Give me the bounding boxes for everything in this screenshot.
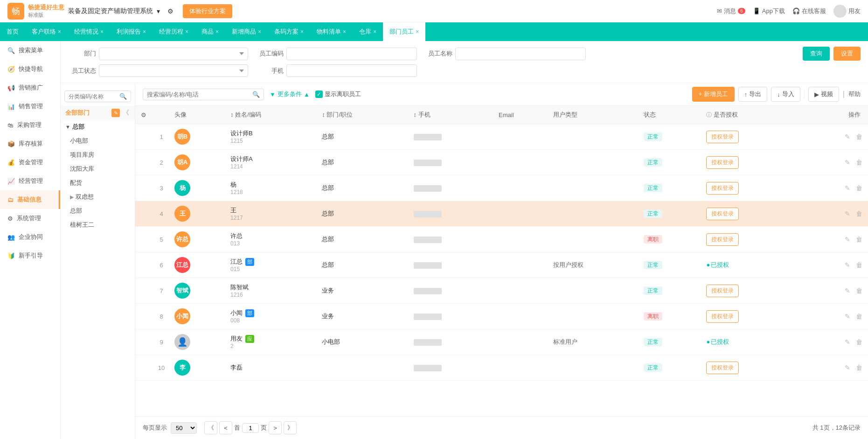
- sidebar-item-purchase[interactable]: 🛍 采购管理: [0, 116, 60, 134]
- dept-collapse-btn[interactable]: 《: [122, 109, 130, 117]
- next-page-btn[interactable]: >: [269, 421, 282, 434]
- search-input[interactable]: [147, 91, 252, 98]
- auth-btn[interactable]: 授权登录: [706, 208, 739, 220]
- nav-close-icon[interactable]: ×: [100, 28, 104, 35]
- more-ops-icon[interactable]: |: [843, 90, 845, 98]
- edit-icon[interactable]: ✎: [845, 287, 850, 294]
- edit-icon[interactable]: ✎: [845, 313, 850, 320]
- auth-btn[interactable]: 授权登录: [706, 131, 739, 143]
- nav-close-icon[interactable]: ×: [373, 28, 376, 35]
- edit-icon[interactable]: ✎: [845, 338, 850, 346]
- delete-icon[interactable]: 🗑: [856, 313, 862, 320]
- nav-close-icon[interactable]: ×: [343, 28, 346, 35]
- edit-icon[interactable]: ✎: [845, 159, 850, 166]
- export-btn[interactable]: ↑ 导出: [738, 87, 768, 102]
- help-label[interactable]: 帮助: [848, 90, 861, 98]
- filter-emp-status-select[interactable]: [99, 64, 248, 77]
- sidebar-item-guide[interactable]: 🔰 新手引导: [0, 246, 60, 265]
- dept-tree-item-peihuo[interactable]: 配货: [61, 176, 135, 190]
- last-page-btn[interactable]: 》: [284, 421, 297, 434]
- nav-item-customer[interactable]: 客户联络 ×: [25, 22, 68, 41]
- dept-edit-icon[interactable]: ✎: [111, 109, 120, 117]
- nav-close-icon[interactable]: ×: [185, 28, 188, 35]
- dept-tree-item-shuanglv[interactable]: ▶ 双虑想: [61, 190, 135, 204]
- col-name-header[interactable]: ↕ 姓名/编码: [227, 106, 318, 124]
- auth-btn[interactable]: 授权登录: [706, 285, 739, 297]
- col-phone-header[interactable]: ↕ 手机: [410, 106, 495, 124]
- nav-item-add-goods[interactable]: 新增商品 ×: [225, 22, 268, 41]
- prev-page-btn[interactable]: <: [219, 421, 232, 434]
- nav-item-operation[interactable]: 经营情况 ×: [68, 22, 110, 41]
- nav-item-profit[interactable]: 利润报告 ×: [110, 22, 153, 41]
- nav-close-icon[interactable]: ×: [300, 28, 304, 35]
- dept-tree-item-zhishu[interactable]: 植树王二: [61, 218, 135, 232]
- search-icon[interactable]: 🔍: [252, 91, 260, 98]
- filter-dept-select[interactable]: [99, 48, 248, 60]
- message-btn[interactable]: ✉ 消息 6: [717, 7, 745, 15]
- online-service-btn[interactable]: 🎧 在线客服: [792, 7, 826, 15]
- sidebar-item-finance[interactable]: 💰 资金管理: [0, 153, 60, 172]
- set-btn[interactable]: 设置: [833, 47, 861, 61]
- dept-search-icon[interactable]: 🔍: [119, 93, 127, 100]
- page-input[interactable]: [242, 423, 259, 433]
- edit-icon[interactable]: ✎: [845, 133, 850, 140]
- nav-item-goods[interactable]: 商品 ×: [195, 22, 225, 41]
- sidebar-item-inventory[interactable]: 📦 库存核算: [0, 134, 60, 153]
- filter-emp-code-input[interactable]: [286, 48, 417, 60]
- edit-icon[interactable]: ✎: [845, 210, 850, 217]
- dept-search-input[interactable]: [69, 93, 119, 100]
- dept-tree-item-xiangmu[interactable]: 项目库房: [61, 148, 135, 162]
- nav-item-department[interactable]: 部门员工 ×: [383, 22, 425, 41]
- dept-tree-item-zongbu2[interactable]: 总部: [61, 204, 135, 218]
- page-size-select[interactable]: 50 100: [171, 422, 197, 434]
- delete-icon[interactable]: 🗑: [856, 261, 862, 269]
- more-condition-btn[interactable]: ▼ 更多条件 ▲: [270, 90, 310, 98]
- nav-close-icon[interactable]: ×: [58, 28, 61, 35]
- delete-icon[interactable]: 🗑: [856, 184, 862, 192]
- filter-emp-name-input[interactable]: [455, 48, 586, 60]
- delete-icon[interactable]: 🗑: [856, 210, 862, 217]
- auth-btn[interactable]: 授权登录: [706, 310, 739, 323]
- sidebar-item-system[interactable]: ⚙ 系统管理: [0, 209, 60, 228]
- import-btn[interactable]: ↓ 导入: [771, 87, 800, 102]
- video-btn[interactable]: ▶ 视频: [808, 87, 839, 102]
- dept-tree-item-shenyang[interactable]: 沈阳大库: [61, 162, 135, 176]
- nav-close-icon[interactable]: ×: [215, 28, 219, 35]
- sidebar-item-collab[interactable]: 👥 企业协同: [0, 228, 60, 246]
- sidebar-item-basicinfo[interactable]: 🗂 基础信息: [0, 190, 60, 209]
- sidebar-item-nav[interactable]: 🧭 快捷导航: [0, 60, 60, 78]
- sidebar-item-bizmanage[interactable]: 📈 经营管理: [0, 172, 60, 190]
- sidebar-item-sales[interactable]: 📊 销售管理: [0, 97, 60, 116]
- filter-phone-input[interactable]: [286, 64, 417, 77]
- edit-icon[interactable]: ✎: [845, 184, 850, 192]
- edit-icon[interactable]: ✎: [845, 261, 850, 269]
- auth-btn[interactable]: 授权登录: [706, 182, 739, 195]
- trial-btn[interactable]: 体验行业方案: [183, 4, 232, 18]
- delete-icon[interactable]: 🗑: [856, 287, 862, 294]
- auth-btn[interactable]: 授权登录: [706, 156, 739, 169]
- sys-title-dropdown[interactable]: ▾: [157, 7, 160, 15]
- delete-icon[interactable]: 🗑: [856, 364, 862, 371]
- nav-close-icon[interactable]: ×: [258, 28, 261, 35]
- col-dept-header[interactable]: ↕ 部门/职位: [318, 106, 410, 124]
- col-settings-header[interactable]: ⚙: [135, 106, 152, 124]
- first-page-btn[interactable]: 《: [204, 421, 217, 434]
- nav-close-active-icon[interactable]: ×: [416, 28, 419, 35]
- edit-icon[interactable]: ✎: [845, 236, 850, 243]
- nav-item-home[interactable]: 首页: [0, 22, 25, 41]
- dept-tree-item-xiaodian[interactable]: 小电部: [61, 134, 135, 148]
- sidebar-item-search[interactable]: 🔍 搜索菜单: [0, 41, 60, 60]
- auth-btn[interactable]: 授权登录: [706, 362, 739, 374]
- nav-close-icon[interactable]: ×: [143, 28, 146, 35]
- delete-icon[interactable]: 🗑: [856, 236, 862, 243]
- gear-icon[interactable]: ⚙: [167, 7, 174, 15]
- nav-item-warehouse[interactable]: 仓库 ×: [353, 22, 383, 41]
- sidebar-item-marketing[interactable]: 📢 营销推广: [0, 78, 60, 97]
- edit-icon[interactable]: ✎: [845, 364, 850, 371]
- delete-icon[interactable]: 🗑: [856, 133, 862, 140]
- show-resigned-toggle[interactable]: ✓ 显示离职员工: [315, 90, 361, 98]
- auth-btn[interactable]: 授权登录: [706, 233, 739, 246]
- app-download-btn[interactable]: 📱 App下载: [753, 7, 785, 15]
- delete-icon[interactable]: 🗑: [856, 159, 862, 166]
- delete-icon[interactable]: 🗑: [856, 338, 862, 346]
